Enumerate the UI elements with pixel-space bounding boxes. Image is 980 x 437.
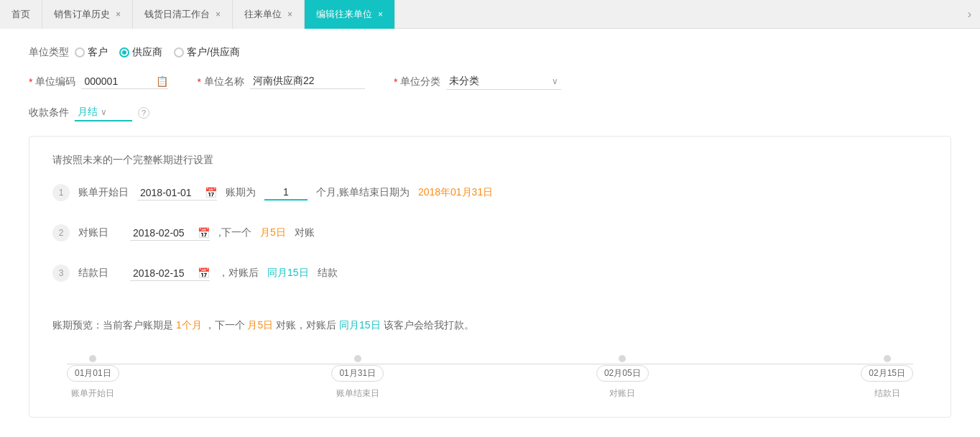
row-number-2: 2 — [52, 224, 70, 242]
timeline-points: 01月01日 账单开始日 01月31日 账单结束日 — [67, 355, 913, 400]
row-desc-2-suffix: 对账 — [295, 226, 315, 239]
payment-condition-field: 月结 ∨ ? — [75, 104, 149, 121]
row-label-3: 结款日 — [78, 267, 121, 280]
timeline-dot-2 — [354, 355, 361, 362]
radio-both[interactable]: 客户/供应商 — [174, 46, 240, 59]
timeline-dot-1 — [89, 355, 96, 362]
row-desc-3-suffix: 结款 — [318, 267, 338, 280]
tab-sales-history-close[interactable]: × — [116, 9, 121, 19]
payment-date-calendar-icon[interactable]: 📅 — [198, 267, 210, 279]
unit-name-group: * 单位名称 — [197, 74, 364, 89]
main-content: 单位类型 客户 供应商 客户/供应商 * 单位编码 — [0, 29, 980, 437]
payment-condition-value: 月结 — [78, 106, 98, 119]
tab-edit-partner[interactable]: 编辑往来单位 × — [305, 0, 395, 29]
radio-both-label: 客户/供应商 — [187, 46, 240, 59]
unit-info-row: * 单位编码 📋 * 单位名称 * 单位分类 未分类 ∨ — [29, 73, 951, 90]
timeline-point-4: 02月15日 结款日 — [861, 355, 913, 400]
unit-code-field: 📋 — [81, 74, 168, 89]
unit-name-label: 单位名称 — [204, 75, 244, 88]
start-date-input[interactable] — [137, 185, 202, 200]
tab-cash-work-label: 钱货日清工作台 — [144, 8, 210, 21]
tab-partner-label: 往来单位 — [244, 8, 282, 21]
preview-mid2: 对账，对账后 — [276, 319, 336, 331]
unit-category-select[interactable]: 未分类 ∨ — [446, 73, 561, 90]
payment-condition-group: 收款条件 月结 ∨ ? — [29, 104, 149, 121]
unit-code-group: * 单位编码 📋 — [29, 74, 168, 89]
radio-customer-circle — [75, 47, 85, 58]
row-number-1: 1 — [52, 184, 70, 201]
unit-type-group: 单位类型 客户 供应商 客户/供应商 — [29, 46, 240, 59]
radio-supplier-circle — [119, 47, 129, 58]
timeline-label-1: 账单开始日 — [71, 387, 114, 400]
unit-category-required: * — [394, 76, 397, 88]
timeline-label-3: 对账日 — [609, 387, 635, 400]
tab-sales-history[interactable]: 销售订单历史 × — [42, 0, 133, 29]
timeline-point-3: 02月05日 对账日 — [596, 355, 649, 400]
unit-category-group: * 单位分类 未分类 ∨ — [394, 73, 561, 90]
radio-both-circle — [174, 47, 184, 58]
tab-sales-history-label: 销售订单历史 — [54, 8, 110, 21]
tab-edit-partner-label: 编辑往来单位 — [316, 8, 372, 21]
preview-mid1: ，下一个 — [205, 319, 245, 331]
timeline-point-1: 01月01日 账单开始日 — [67, 355, 119, 400]
timeline-label-2: 账单结束日 — [336, 387, 379, 400]
radio-supplier-label: 供应商 — [132, 46, 162, 59]
radio-supplier[interactable]: 供应商 — [119, 46, 162, 59]
tab-cash-work[interactable]: 钱货日清工作台 × — [133, 0, 233, 29]
setting-row-3: 3 结款日 📅 ，对账后 同月15日 结款 — [52, 264, 928, 282]
unit-code-required: * — [29, 76, 32, 88]
unit-code-label: 单位编码 — [35, 75, 75, 88]
row-desc-3-prefix: ，对账后 — [218, 267, 259, 280]
row-number-3: 3 — [52, 264, 70, 282]
payment-same-month: 同月15日 — [267, 267, 309, 280]
radio-customer[interactable]: 客户 — [75, 46, 108, 59]
row-desc-1-prefix: 账期为 — [226, 186, 256, 199]
preview-text: 账期预览：当前客户账期是 1个月 ，下一个 月5日 对账，对账后 同月15日 该… — [52, 319, 928, 332]
tab-home[interactable]: 首页 — [0, 0, 42, 29]
card-section: 请按照未来的一个完整帐期进行设置 1 账单开始日 📅 账期为 个月,账单结束日期… — [29, 136, 951, 418]
payment-date-input[interactable] — [130, 266, 195, 280]
timeline-dot-3 — [619, 355, 626, 362]
timeline-badge-4: 02月15日 — [861, 365, 913, 382]
payment-condition-label: 收款条件 — [29, 106, 69, 119]
tab-edit-partner-close[interactable]: × — [378, 9, 383, 19]
tab-partner-close[interactable]: × — [287, 9, 292, 19]
tab-cash-work-close[interactable]: × — [216, 9, 221, 19]
row-label-1: 账单开始日 — [78, 186, 129, 199]
unit-name-input[interactable] — [250, 74, 365, 89]
unit-category-label: 单位分类 — [400, 75, 440, 88]
timeline-container: 01月01日 账单开始日 01月31日 账单结束日 — [52, 355, 928, 400]
card-title: 请按照未来的一个完整帐期进行设置 — [52, 154, 928, 167]
row-desc-2-prefix: ,下一个 — [218, 226, 251, 239]
preview-payment-day: 同月15日 — [339, 319, 381, 331]
setting-row-2: 2 对账日 📅 ,下一个 月5日 对账 — [52, 224, 928, 242]
row-desc-1-suffix: 个月,账单结束日期为 — [316, 186, 410, 199]
unit-name-required: * — [197, 76, 200, 88]
payment-help-icon[interactable]: ? — [138, 107, 149, 119]
timeline-badge-2: 01月31日 — [331, 365, 384, 382]
tab-partner[interactable]: 往来单位 × — [233, 0, 305, 29]
unit-category-value: 未分类 — [449, 75, 546, 88]
period-end-date: 2018年01月31日 — [418, 186, 493, 199]
preview-suffix: 该客户会给我打款。 — [384, 319, 474, 331]
tab-more-button[interactable]: › — [959, 8, 980, 21]
reconcile-month-day: 月5日 — [260, 226, 286, 239]
reconcile-date-calendar-icon[interactable]: 📅 — [198, 227, 210, 239]
timeline-badge-3: 02月05日 — [596, 365, 649, 382]
payment-condition-select[interactable]: 月结 ∨ — [75, 104, 132, 121]
preview-reconcile-day: 月5日 — [247, 319, 273, 331]
unit-code-calendar-icon[interactable]: 📋 — [156, 75, 168, 87]
reconcile-date-input[interactable] — [130, 226, 195, 240]
payment-date-input-wrap: 📅 — [130, 266, 210, 281]
tab-bar: 首页 销售订单历史 × 钱货日清工作台 × 往来单位 × 编辑往来单位 × › — [0, 0, 980, 29]
unit-code-input[interactable] — [81, 74, 153, 88]
start-date-input-wrap: 📅 — [137, 185, 217, 201]
preview-prefix: 账期预览：当前客户账期是 — [52, 319, 173, 331]
unit-category-arrow-icon: ∨ — [552, 76, 558, 86]
reconcile-date-input-wrap: 📅 — [130, 226, 210, 241]
preview-period: 1个月 — [176, 319, 202, 331]
start-date-calendar-icon[interactable]: 📅 — [205, 187, 217, 198]
payment-condition-row: 收款条件 月结 ∨ ? — [29, 104, 951, 121]
period-input[interactable] — [264, 185, 308, 201]
timeline-badge-1: 01月01日 — [67, 365, 119, 382]
